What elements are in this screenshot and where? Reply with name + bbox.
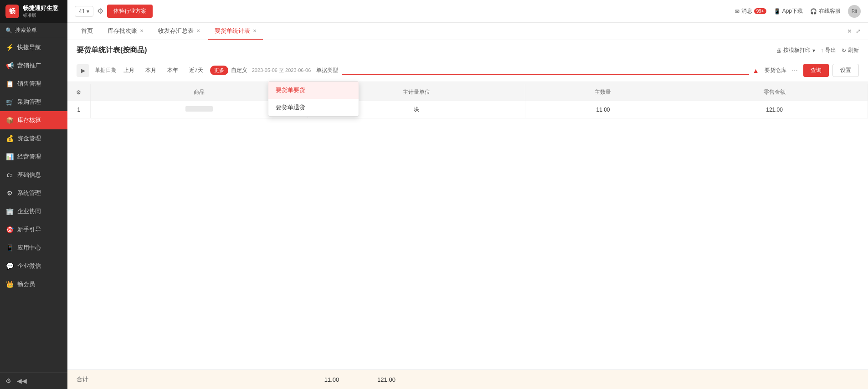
- sidebar-item-operation[interactable]: 📊 经营管理: [0, 148, 67, 166]
- logo-sub-text: 标准版: [23, 12, 58, 18]
- company-selector[interactable]: 41 ▾: [75, 6, 93, 17]
- system-icon: ⚙: [5, 189, 14, 197]
- topbar-gear-icon[interactable]: ⚙: [97, 7, 103, 15]
- messages-badge: 99+: [754, 8, 766, 14]
- export-icon: ↑: [821, 47, 823, 54]
- row-amount: 121.00: [681, 101, 868, 118]
- sales-icon: 📋: [5, 80, 14, 88]
- finance-icon: 💰: [5, 134, 14, 143]
- filter-expand-btn[interactable]: ▶: [77, 64, 89, 77]
- type-label: 单据类型: [316, 67, 338, 74]
- date-btn-more[interactable]: 更多: [210, 66, 228, 75]
- sidebar-item-enterprise[interactable]: 🏢 企业协同: [0, 202, 67, 220]
- col-quantity: 主数量: [525, 84, 681, 101]
- guide-icon: 🎯: [5, 225, 14, 234]
- sidebar-item-inventory[interactable]: 📦 库存核算: [0, 111, 67, 129]
- date-range-display: 2023-05-06 至 2023-06-06: [252, 67, 311, 74]
- product-placeholder: [185, 106, 213, 112]
- col-settings[interactable]: ⚙: [67, 84, 90, 101]
- type-input[interactable]: [342, 66, 749, 75]
- sidebar-item-purchase[interactable]: 🛒 采购管理: [0, 93, 67, 111]
- footer-label: 合计: [77, 375, 168, 384]
- page-content: 要货单统计表(按商品) 🖨 按模板打印 ▾ ↑ 导出 ↻ 刷新 ▶: [67, 40, 868, 389]
- messages-btn[interactable]: ✉ 消息 99+: [735, 7, 766, 15]
- tabs-expand-icon[interactable]: ⤢: [856, 28, 861, 35]
- row-quantity: 11.00: [525, 101, 681, 118]
- query-button[interactable]: 查询: [803, 64, 829, 77]
- sidebar-item-wechat[interactable]: 💬 企业微信: [0, 257, 67, 275]
- refresh-btn[interactable]: ↻ 刷新: [842, 46, 859, 54]
- chevron-down-icon: ▾: [87, 8, 89, 15]
- marketing-icon: 📢: [5, 61, 14, 70]
- search-icon: 🔍: [5, 27, 12, 34]
- date-btn-7days[interactable]: 近7天: [185, 64, 207, 77]
- dropdown-item-return[interactable]: 要货单退货: [268, 99, 359, 116]
- logo-main-text: 畅捷通好生意: [23, 5, 58, 12]
- table-footer: 合计 11.00 121.00: [67, 369, 868, 389]
- tab-order-stats[interactable]: 要货单统计表 ✕: [208, 23, 263, 40]
- avatar[interactable]: Rit: [848, 5, 861, 18]
- print-icon: 🖨: [776, 47, 781, 54]
- tab-close-receivable-summary[interactable]: ✕: [196, 28, 200, 33]
- sidebar: 畅 畅捷通好生意 标准版 🔍 搜索菜单 ⚡ 快捷导航 📢 营销推广 📋 销售管理…: [0, 0, 67, 389]
- date-custom-btn[interactable]: 自定义: [231, 67, 247, 74]
- appstore-icon: 📱: [5, 244, 14, 252]
- search-label: 搜索菜单: [15, 26, 37, 34]
- date-label: 单据日期: [95, 67, 117, 74]
- sidebar-item-quick-nav[interactable]: ⚡ 快捷导航: [0, 38, 67, 56]
- app-download-btn[interactable]: 📱 App下载: [774, 7, 803, 15]
- member-icon: 👑: [5, 280, 14, 288]
- sidebar-item-guide[interactable]: 🎯 新手引导: [0, 220, 67, 239]
- date-btn-last-month[interactable]: 上月: [119, 64, 139, 77]
- operation-icon: 📊: [5, 153, 14, 161]
- refresh-icon: ↻: [842, 47, 846, 54]
- col-amount: 零售金额: [681, 84, 868, 101]
- date-filter-group: 单据日期 上月 本月 本年 近7天 更多 自定义 2023-05-06 至 20…: [95, 64, 311, 77]
- tab-close-inventory-batch[interactable]: ✕: [140, 28, 144, 33]
- sidebar-item-appstore[interactable]: 📱 应用中心: [0, 239, 67, 257]
- sidebar-item-system[interactable]: ⚙ 系统管理: [0, 184, 67, 202]
- tab-home[interactable]: 首页: [75, 23, 99, 40]
- sidebar-logo: 畅 畅捷通好生意 标准版: [0, 0, 67, 23]
- warehouse-label: 要货仓库: [765, 67, 786, 74]
- tabs-close-all-icon[interactable]: ✕: [847, 28, 852, 35]
- filter-bar: ▶ 单据日期 上月 本月 本年 近7天 更多 自定义 2023-05-06 至 …: [67, 59, 868, 82]
- print-btn[interactable]: 🖨 按模板打印 ▾: [776, 46, 815, 54]
- table-row: 1 块 11.00 121.00: [67, 101, 868, 118]
- tab-receivable-summary[interactable]: 收发存汇总表 ✕: [152, 23, 206, 40]
- sidebar-search[interactable]: 🔍 搜索菜单: [0, 23, 67, 38]
- logo-icon: 畅: [5, 5, 19, 18]
- sidebar-item-marketing[interactable]: 📢 营销推广: [0, 56, 67, 75]
- export-btn[interactable]: ↑ 导出: [821, 46, 836, 54]
- warehouse-dots-btn[interactable]: ···: [792, 67, 798, 75]
- mobile-icon: 📱: [774, 8, 781, 15]
- online-service-btn[interactable]: 🎧 在线客服: [810, 7, 841, 15]
- data-table: ⚙ 商品 主计量单位 主数量 零售金额 1 块 11.00: [67, 84, 868, 118]
- date-btn-this-year[interactable]: 本年: [163, 64, 182, 77]
- sidebar-item-finance[interactable]: 💰 资金管理: [0, 129, 67, 148]
- basic-icon: 🗂: [5, 171, 14, 179]
- dropdown-item-order[interactable]: 要货单要货: [268, 82, 359, 99]
- chevron-down-icon: ▾: [812, 47, 815, 54]
- date-btn-this-month[interactable]: 本月: [141, 64, 160, 77]
- type-filter-group: 单据类型 ▲: [316, 66, 759, 75]
- tab-close-order-stats[interactable]: ✕: [253, 28, 257, 33]
- message-icon: ✉: [735, 8, 740, 15]
- sidebar-item-basic[interactable]: 🗂 基础信息: [0, 166, 67, 184]
- type-dropdown-toggle[interactable]: ▲: [753, 67, 759, 74]
- tab-inventory-batch[interactable]: 库存批次账 ✕: [101, 23, 150, 40]
- page-header: 要货单统计表(按商品) 🖨 按模板打印 ▾ ↑ 导出 ↻ 刷新: [67, 40, 868, 59]
- row-seq: 1: [67, 101, 90, 118]
- headset-icon: 🎧: [810, 8, 817, 15]
- collapse-icon[interactable]: ◀◀: [17, 377, 27, 384]
- company-name: 41: [79, 8, 85, 15]
- settings-bottom-icon[interactable]: ⚙: [5, 377, 11, 384]
- trial-btn[interactable]: 体验行业方案: [107, 5, 153, 18]
- sidebar-bottom: ⚙ ◀◀: [0, 372, 67, 389]
- footer-amount: 121.00: [359, 376, 414, 383]
- wechat-icon: 💬: [5, 262, 14, 270]
- sidebar-item-sales[interactable]: 📋 销售管理: [0, 75, 67, 93]
- sidebar-item-member[interactable]: 👑 畅会员: [0, 275, 67, 293]
- purchase-icon: 🛒: [5, 98, 14, 106]
- settings-button[interactable]: 设置: [832, 64, 859, 77]
